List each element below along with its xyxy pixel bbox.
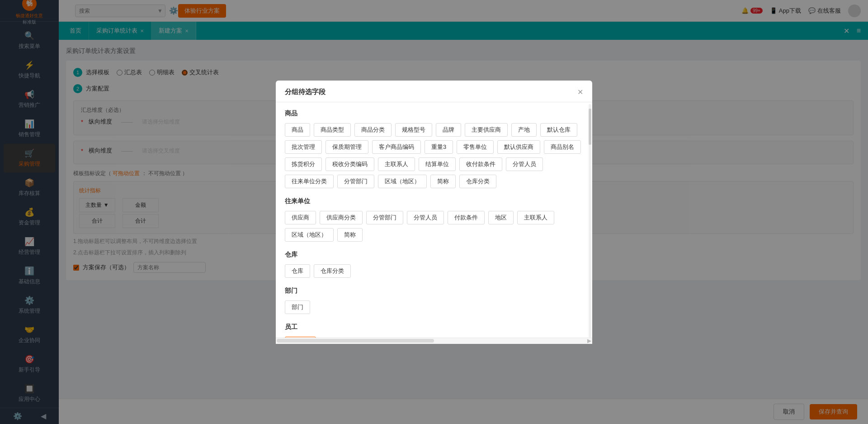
chip-product-7[interactable]: 默认仓库 [540, 123, 577, 137]
chip-partner-1[interactable]: 供应商分类 [320, 211, 363, 224]
chip-partner-0[interactable]: 供应商 [285, 211, 316, 224]
hscroll-right-arrow[interactable]: ▶ [587, 338, 591, 344]
field-chips-warehouse: 仓库 仓库分类 [285, 264, 586, 278]
chip-product-12[interactable]: 零售单位 [457, 140, 494, 154]
modal-vscrollbar[interactable] [589, 104, 591, 338]
chip-product-22[interactable]: 分管部门 [337, 175, 374, 188]
modal-hscrollbar-thumb [277, 339, 434, 343]
field-chips-dept: 部门 [285, 300, 586, 314]
chip-product-20[interactable]: 分管人员 [506, 157, 543, 171]
chip-product-3[interactable]: 规格型号 [395, 123, 432, 137]
chip-partner-4[interactable]: 付款条件 [448, 211, 485, 224]
chip-product-5[interactable]: 主要供应商 [465, 123, 508, 137]
modal-header: 分组待选字段 ✕ [276, 81, 592, 102]
chip-product-21[interactable]: 往来单位分类 [285, 175, 334, 188]
chip-product-8[interactable]: 批次管理 [285, 140, 322, 154]
modal-overlay: 分组待选字段 ✕ 商品 商品 商品类型 商品分类 规格型号 品牌 主要供应商 产… [0, 0, 868, 424]
chip-product-24[interactable]: 简称 [430, 175, 456, 188]
chip-product-18[interactable]: 结算单位 [419, 157, 456, 171]
modal-vscrollbar-thumb [589, 109, 591, 145]
field-chips-product: 商品 商品类型 商品分类 规格型号 品牌 主要供应商 产地 默认仓库 批次管理 … [285, 123, 586, 188]
chip-product-19[interactable]: 收付款条件 [459, 157, 502, 171]
chip-product-14[interactable]: 商品别名 [544, 140, 581, 154]
modal-title: 分组待选字段 [285, 88, 326, 96]
field-group-dept-title: 部门 [285, 287, 586, 295]
chip-product-2[interactable]: 商品分类 [354, 123, 392, 137]
chip-partner-7[interactable]: 区域（地区） [285, 228, 334, 242]
chip-product-4[interactable]: 品牌 [436, 123, 461, 137]
field-group-partner-title: 往来单位 [285, 197, 586, 205]
chip-product-1[interactable]: 商品类型 [314, 123, 351, 137]
modal-hscrollbar[interactable]: ▶ [276, 338, 592, 344]
field-group-warehouse: 仓库 仓库 仓库分类 [285, 251, 586, 278]
chip-partner-3[interactable]: 分管人员 [407, 211, 444, 224]
field-group-staff-title: 员工 [285, 323, 586, 331]
chip-partner-2[interactable]: 分管部门 [366, 211, 403, 224]
modal-body: 商品 商品 商品类型 商品分类 规格型号 品牌 主要供应商 产地 默认仓库 批次… [276, 102, 592, 338]
chip-product-6[interactable]: 产地 [511, 123, 537, 137]
chip-product-23[interactable]: 区域（地区） [378, 175, 427, 188]
field-select-modal: 分组待选字段 ✕ 商品 商品 商品类型 商品分类 规格型号 品牌 主要供应商 产… [276, 81, 592, 344]
chip-partner-5[interactable]: 地区 [488, 211, 514, 224]
chip-product-11[interactable]: 重量3 [425, 140, 453, 154]
chip-product-10[interactable]: 客户商品编码 [372, 140, 421, 154]
chip-warehouse-1[interactable]: 仓库分类 [314, 264, 351, 278]
chip-product-16[interactable]: 税收分类编码 [326, 157, 374, 171]
chip-partner-8[interactable]: 简称 [337, 228, 363, 242]
chip-warehouse-0[interactable]: 仓库 [285, 264, 310, 278]
field-group-warehouse-title: 仓库 [285, 251, 586, 259]
chip-dept-0[interactable]: 部门 [285, 300, 310, 314]
chip-partner-6[interactable]: 主联系人 [517, 211, 554, 224]
field-group-partner: 往来单位 供应商 供应商分类 分管部门 分管人员 付款条件 地区 主联系人 区域… [285, 197, 586, 242]
chip-product-15[interactable]: 拣货积分 [285, 157, 322, 171]
field-group-dept: 部门 部门 [285, 287, 586, 314]
field-group-product-title: 商品 [285, 110, 586, 118]
modal-close-button[interactable]: ✕ [577, 88, 583, 96]
chip-product-13[interactable]: 默认供应商 [497, 140, 540, 154]
chip-product-25[interactable]: 仓库分类 [459, 175, 496, 188]
chip-product-9[interactable]: 保质期管理 [326, 140, 368, 154]
chip-product-17[interactable]: 主联系人 [378, 157, 415, 171]
field-chips-partner: 供应商 供应商分类 分管部门 分管人员 付款条件 地区 主联系人 区域（地区） … [285, 211, 586, 242]
field-group-product: 商品 商品 商品类型 商品分类 规格型号 品牌 主要供应商 产地 默认仓库 批次… [285, 110, 586, 188]
chip-product-0[interactable]: 商品 [285, 123, 310, 137]
field-group-staff: 员工 业务员 [285, 323, 586, 338]
